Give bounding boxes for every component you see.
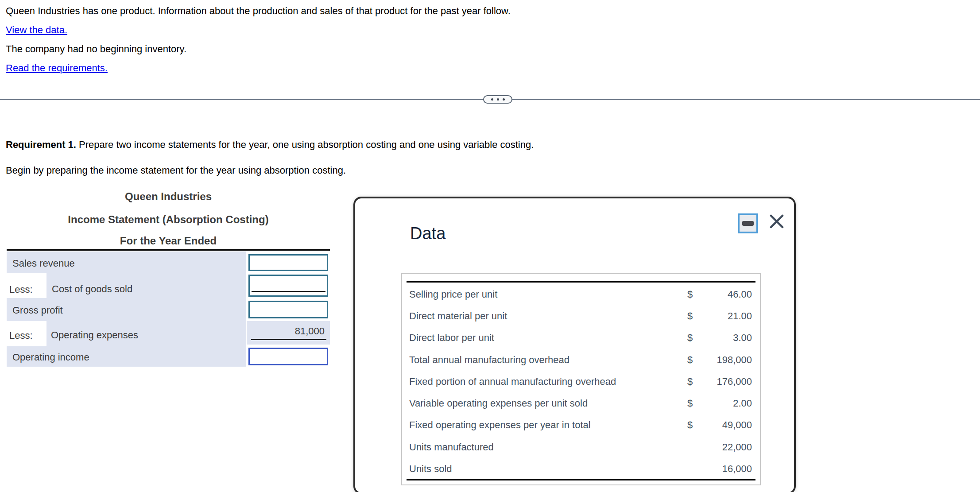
minimize-button[interactable]	[738, 213, 758, 233]
data-table-rows: Selling price per unit $ 46.00 Direct ma…	[402, 283, 760, 480]
row-value: 176,000	[717, 376, 752, 387]
row-label: Selling price per unit	[409, 289, 497, 300]
table-row: Selling price per unit $ 46.00	[402, 283, 760, 305]
read-requirements-link[interactable]: Read the requirements.	[6, 62, 108, 74]
row-value: 21.00	[728, 310, 752, 322]
operating-income-input[interactable]	[248, 348, 328, 365]
row-currency: $	[687, 419, 693, 431]
data-table: Selling price per unit $ 46.00 Direct ma…	[401, 273, 761, 485]
operating-expenses-value-cell: 81,000	[247, 321, 330, 345]
intro-line-1: Queen Industries has one product. Inform…	[6, 5, 511, 17]
row-currency: $	[687, 376, 693, 387]
table-bottom-rule	[407, 479, 755, 480]
row-label: Direct labor per unit	[409, 332, 494, 344]
table-row: Fixed operating expenses per year in tot…	[402, 415, 760, 436]
row-label: Fixed portion of annual manufacturing ov…	[409, 376, 616, 387]
view-data-link[interactable]: View the data.	[6, 24, 67, 36]
row-value: 2.00	[733, 398, 752, 409]
row-value: 46.00	[728, 289, 752, 300]
table-row: Fixed portion of annual manufacturing ov…	[402, 371, 760, 392]
table-row: Units manufactured 22,000	[402, 436, 760, 458]
row-label: Units manufactured	[409, 442, 494, 453]
ellipsis-dot-icon	[497, 98, 499, 101]
row-value: 16,000	[722, 463, 752, 475]
ellipsis-dot-icon	[503, 98, 505, 101]
row-label: Variable operating expenses per unit sol…	[409, 398, 588, 409]
row-currency: $	[687, 310, 693, 322]
row-value: 22,000	[722, 442, 752, 453]
table-row: Direct labor per unit $ 3.00	[402, 327, 760, 349]
row-label-operating-income: Operating income	[12, 352, 89, 363]
row-prefix-less-1: Less:	[9, 284, 33, 295]
minimize-icon	[742, 221, 754, 226]
ellipsis-dot-icon	[491, 98, 493, 101]
row-label: Fixed operating expenses per year in tot…	[409, 419, 591, 431]
row-value: 49,000	[722, 419, 752, 431]
statement-top-rule	[7, 249, 330, 251]
row-label: Units sold	[409, 463, 452, 475]
row-currency: $	[687, 354, 693, 366]
begin-instruction-text: Begin by preparing the income statement …	[6, 165, 346, 176]
table-row: Direct material per unit $ 21.00	[402, 305, 760, 327]
requirement-1-text: Requirement 1. Prepare two income statem…	[6, 139, 534, 151]
requirement-1-body: Prepare two income statements for the ye…	[76, 139, 534, 150]
row-currency: $	[687, 398, 693, 409]
row-currency: $	[687, 289, 693, 300]
intro-line-2: The company had no beginning inventory.	[6, 43, 186, 55]
row-label-sales-revenue: Sales revenue	[12, 258, 75, 269]
gross-profit-input[interactable]	[248, 301, 328, 318]
table-row: Total annual manufacturing overhead $ 19…	[402, 349, 760, 371]
row-value: 198,000	[717, 354, 752, 366]
sales-revenue-input[interactable]	[248, 254, 328, 271]
screen: Queen Industries has one product. Inform…	[0, 0, 980, 492]
data-dialog: Data Selling price per unit $ 46.00 Dire…	[353, 197, 796, 492]
row-label: Direct material per unit	[409, 310, 507, 322]
table-top-rule	[407, 281, 755, 283]
row-label-operating-expenses: Operating expenses	[51, 329, 138, 341]
close-icon	[770, 214, 784, 229]
requirement-1-label: Requirement 1.	[6, 139, 76, 150]
statement-company-title: Queen Industries	[7, 190, 330, 203]
row-currency: $	[687, 332, 693, 344]
row-label-cost-of-goods-sold: Cost of goods sold	[52, 283, 132, 295]
table-row: Variable operating expenses per unit sol…	[402, 392, 760, 414]
data-dialog-title: Data	[410, 224, 445, 243]
statement-period-title: For the Year Ended	[7, 235, 330, 247]
row-label-gross-profit: Gross profit	[12, 305, 63, 316]
statement-title: Income Statement (Absorption Costing)	[7, 213, 330, 226]
close-button[interactable]	[770, 214, 784, 229]
divider-toggle-button[interactable]	[483, 95, 512, 104]
table-row: Units sold 16,000	[402, 458, 760, 480]
row-label: Total annual manufacturing overhead	[409, 354, 569, 366]
row-prefix-less-2: Less:	[9, 330, 33, 341]
cost-of-goods-sold-input[interactable]	[248, 275, 328, 297]
row-value: 3.00	[733, 332, 752, 344]
